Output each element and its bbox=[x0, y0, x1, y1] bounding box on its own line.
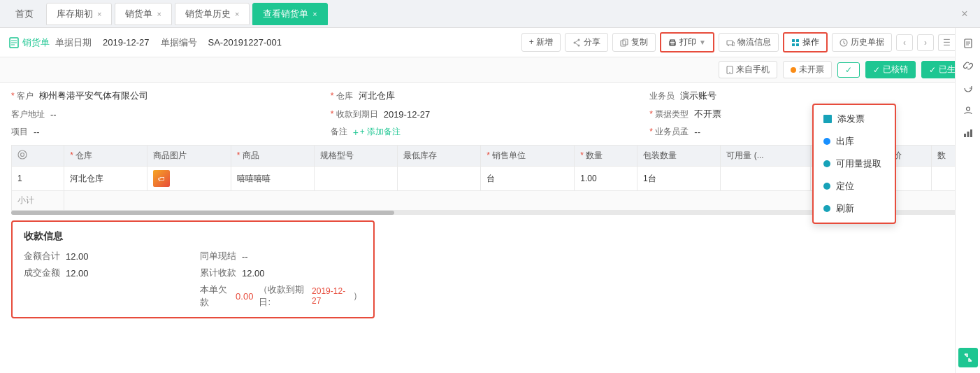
doc-toolbar: 销货单 单据日期 2019-12-27 单据编号 SA-20191227-001… bbox=[0, 28, 980, 57]
refresh-icon bbox=[823, 205, 830, 212]
ticket-value: 不开票 bbox=[694, 108, 721, 120]
payment-row-current-due: 本单欠款 0.00 （收款到期日: 2019-12-27 ） bbox=[200, 283, 362, 309]
tab-sales-history-close[interactable]: × bbox=[235, 10, 239, 18]
dropdown-item-locate[interactable]: 定位 bbox=[814, 175, 895, 197]
row-warehouse: 河北仓库 bbox=[64, 167, 147, 191]
sidebar-refresh-icon bbox=[963, 83, 973, 93]
payment-row-same-order: 同单现结 -- bbox=[200, 250, 362, 262]
btn-new[interactable]: + 新增 bbox=[521, 33, 561, 52]
svg-rect-30 bbox=[964, 134, 966, 137]
btn-logistics[interactable]: 物流信息 bbox=[719, 33, 779, 52]
sidebar-btn-expand[interactable] bbox=[958, 348, 978, 367]
history-icon bbox=[840, 38, 848, 47]
payment-title: 收款信息 bbox=[24, 230, 362, 243]
btn-copy[interactable]: 复制 bbox=[612, 33, 656, 52]
copy-icon bbox=[620, 38, 628, 47]
form-row-ticket: 票据类型 不开票 bbox=[649, 108, 969, 120]
svg-rect-12 bbox=[670, 43, 675, 45]
btn-approve[interactable]: ✓ bbox=[837, 62, 860, 78]
outbound-icon bbox=[823, 138, 830, 145]
staff-value: 演示账号 bbox=[680, 90, 716, 102]
col-qty: * 数量 bbox=[575, 146, 637, 167]
col-settings[interactable] bbox=[12, 146, 64, 167]
btn-share[interactable]: 分享 bbox=[565, 33, 608, 52]
remark-add-label: + 添加备注 bbox=[360, 126, 401, 138]
btn-view-list[interactable]: ☰ bbox=[938, 34, 955, 51]
svg-rect-19 bbox=[796, 43, 799, 46]
btn-print[interactable]: 打印 ▼ bbox=[660, 32, 714, 52]
form-row-remark: 备注 + + 添加备注 bbox=[331, 126, 650, 138]
btn-operate[interactable]: 操作 bbox=[783, 32, 828, 52]
customer-label: 客户 bbox=[11, 90, 34, 102]
project-value: -- bbox=[34, 127, 40, 137]
sidebar-btn-user[interactable] bbox=[958, 101, 978, 120]
product-image: 🏷 bbox=[153, 170, 170, 187]
col-spec: 规格型号 bbox=[314, 146, 397, 167]
row-sales-unit: 台 bbox=[481, 167, 575, 191]
tab-view-sales-order[interactable]: 查看销货单 × bbox=[252, 3, 327, 25]
print-dropdown-arrow[interactable]: ▼ bbox=[699, 38, 706, 46]
svg-point-14 bbox=[728, 45, 729, 46]
svg-rect-31 bbox=[967, 132, 969, 137]
svg-point-23 bbox=[21, 153, 24, 157]
tab-inventory-init-close[interactable]: × bbox=[97, 10, 101, 18]
available-icon bbox=[823, 160, 830, 167]
col-package-qty: 包装数量 bbox=[637, 146, 721, 167]
col-sales-unit: * 销售单位 bbox=[481, 146, 575, 167]
print-icon bbox=[668, 38, 677, 47]
svg-rect-18 bbox=[792, 43, 795, 46]
tab-view-sales-order-close[interactable]: × bbox=[312, 10, 317, 18]
tab-sales-history[interactable]: 销货单历史 × bbox=[175, 3, 250, 25]
row-seq: 1 bbox=[12, 167, 64, 191]
tab-home[interactable]: 首页 bbox=[6, 3, 43, 25]
operate-icon bbox=[791, 38, 800, 47]
addr-value: -- bbox=[50, 109, 57, 120]
scrollbar-thumb[interactable] bbox=[11, 211, 394, 215]
svg-line-7 bbox=[575, 40, 579, 43]
dropdown-item-outbound[interactable]: 出库 bbox=[814, 130, 895, 153]
tab-sales-order[interactable]: 销货单 × bbox=[115, 3, 171, 25]
dropdown-item-invoice[interactable]: 添发票 bbox=[814, 108, 895, 130]
form-row-staff: 业务员 演示账号 bbox=[649, 90, 969, 102]
btn-not-open[interactable]: 未开票 bbox=[783, 61, 832, 78]
staff2-value: -- bbox=[694, 127, 700, 137]
row-min-stock bbox=[398, 167, 481, 191]
btn-history[interactable]: 历史单据 bbox=[832, 33, 892, 52]
col-warehouse: * 仓库 bbox=[64, 146, 147, 167]
settings-icon bbox=[17, 150, 27, 160]
sidebar-btn-link[interactable] bbox=[958, 56, 978, 76]
remark-add-btn[interactable]: + + 添加备注 bbox=[353, 126, 401, 138]
svg-point-15 bbox=[732, 45, 733, 46]
form-row-project: 项目 -- bbox=[11, 126, 331, 138]
sidebar-user-icon bbox=[963, 106, 973, 115]
col-min-stock: 最低库存 bbox=[398, 146, 481, 167]
sidebar-btn-chart[interactable] bbox=[958, 123, 978, 143]
warehouse-value: 河北仓库 bbox=[359, 90, 395, 102]
tab-inventory-init[interactable]: 库存期初 × bbox=[46, 3, 112, 25]
invoice-icon bbox=[823, 115, 832, 123]
logistics-icon bbox=[726, 38, 735, 47]
btn-from-phone[interactable]: 来自手机 bbox=[719, 61, 777, 78]
dropdown-item-refresh[interactable]: 刷新 bbox=[814, 197, 895, 220]
payment-info: 收款信息 金额合计 12.00 同单现结 -- 成交金额 12.00 累计收款 … bbox=[11, 220, 375, 318]
btn-verified[interactable]: ✓ 已核销 bbox=[865, 61, 916, 78]
toolbar-actions: + 新增 分享 复制 打印 ▼ 物流信息 操作 bbox=[521, 32, 972, 52]
locate-icon bbox=[823, 183, 830, 190]
svg-rect-32 bbox=[970, 129, 972, 137]
doc-title: 销货单 bbox=[8, 36, 50, 49]
sidebar-btn-doc[interactable] bbox=[958, 34, 978, 53]
col-available: 可用量 (... bbox=[721, 146, 811, 167]
row-package-qty: 1台 bbox=[637, 167, 721, 191]
tab-sales-order-close[interactable]: × bbox=[157, 10, 161, 18]
sidebar-btn-refresh[interactable] bbox=[958, 78, 978, 98]
sidebar-expand-icon bbox=[963, 353, 973, 363]
dropdown-item-available[interactable]: 可用量提取 bbox=[814, 153, 895, 175]
btn-nav-prev[interactable]: ‹ bbox=[896, 34, 913, 51]
phone-icon bbox=[726, 66, 733, 74]
col-product: * 商品 bbox=[231, 146, 314, 167]
row-qty: 1.00 bbox=[575, 167, 637, 191]
svg-point-22 bbox=[729, 71, 730, 73]
btn-nav-next[interactable]: › bbox=[917, 34, 934, 51]
tab-close-all[interactable]: × bbox=[955, 4, 974, 24]
project-label: 项目 bbox=[11, 126, 28, 138]
